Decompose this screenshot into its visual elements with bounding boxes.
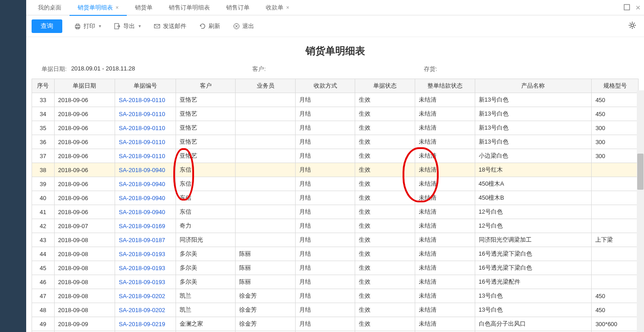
col-salesperson[interactable]: 业务员	[236, 79, 296, 93]
svg-rect-0	[624, 5, 630, 10]
cell-docno[interactable]: SA-2018-09-0202	[115, 289, 176, 303]
col-date[interactable]: 单据日期	[54, 79, 115, 93]
docno-link[interactable]: SA-2018-09-0940	[119, 167, 165, 173]
cell-spec	[592, 163, 639, 177]
docno-link[interactable]: SA-2018-09-0202	[119, 307, 165, 313]
docno-link[interactable]: SA-2018-09-0110	[119, 97, 165, 103]
table-row[interactable]: 382018-09-06SA-2018-09-0940东信月结生效未结清18号红…	[32, 163, 639, 177]
table-row[interactable]: 482018-09-08SA-2018-09-0202凯兰徐金芳月结生效未结清1…	[32, 303, 639, 317]
docno-link[interactable]: SA-2018-09-0110	[119, 125, 165, 131]
close-icon[interactable]: ×	[635, 3, 640, 13]
cell-docno[interactable]: SA-2018-09-0202	[115, 303, 176, 317]
scrollbar-thumb[interactable]	[637, 154, 644, 190]
cell-docno[interactable]: SA-2018-09-0110	[115, 149, 176, 163]
table-row[interactable]: 412018-09-06SA-2018-09-0940东信月结生效未结清12号白…	[32, 205, 639, 219]
tab-销货单[interactable]: 销货单	[127, 0, 161, 15]
table-row[interactable]: 472018-09-08SA-2018-09-0202凯兰徐金芳月结生效未结清1…	[32, 289, 639, 303]
docno-link[interactable]: SA-2018-09-0193	[119, 251, 165, 257]
print-button[interactable]: 打印 ▾	[69, 19, 107, 33]
table-row[interactable]: 492018-09-09SA-2018-09-0219金澜之家徐金芳月结生效未结…	[32, 317, 639, 331]
table-row[interactable]: 352018-09-06SA-2018-09-0110亚恪艺月结生效未结清新13…	[32, 121, 639, 135]
cell-seq: 49	[32, 317, 55, 331]
tab-销售订单明细表[interactable]: 销售订单明细表	[161, 0, 218, 15]
docno-link[interactable]: SA-2018-09-0187	[119, 237, 165, 243]
col-customer[interactable]: 客户	[176, 79, 236, 93]
tab-label: 收款单	[266, 0, 283, 15]
export-button[interactable]: 导出 ▾	[108, 19, 146, 33]
cell-settlestatus: 未结清	[415, 121, 475, 135]
cell-docno[interactable]: SA-2018-09-0110	[115, 93, 176, 107]
col-product[interactable]: 产品名称	[475, 79, 592, 93]
cell-salesperson	[236, 149, 296, 163]
cell-spec: 450	[592, 107, 639, 121]
tab-销售订单[interactable]: 销售订单	[218, 0, 258, 15]
cell-docno[interactable]: SA-2018-09-0940	[115, 191, 176, 205]
cell-docno[interactable]: SA-2018-09-0110	[115, 121, 176, 135]
exit-button[interactable]: 退出	[227, 19, 259, 33]
col-docno[interactable]: 单据编号	[115, 79, 176, 93]
print-label: 打印	[83, 22, 95, 30]
tab-销货单明细表[interactable]: 销货单明细表×	[69, 0, 127, 15]
maximize-icon[interactable]	[624, 4, 630, 12]
cell-date: 2018-09-06	[54, 191, 115, 205]
close-icon[interactable]: ×	[116, 0, 119, 15]
docno-link[interactable]: SA-2018-09-0940	[119, 181, 165, 187]
docno-link[interactable]: SA-2018-09-0940	[119, 195, 165, 201]
filter-inventory-label: 存货:	[424, 65, 437, 73]
cell-paymethod: 月结	[295, 149, 355, 163]
docno-link[interactable]: SA-2018-09-0219	[119, 321, 165, 327]
cell-docno[interactable]: SA-2018-09-0193	[115, 261, 176, 275]
cell-settlestatus: 未结清	[415, 107, 475, 121]
cell-docno[interactable]: SA-2018-09-0110	[115, 135, 176, 149]
docno-link[interactable]: SA-2018-09-0110	[119, 111, 165, 117]
close-icon[interactable]: ×	[286, 0, 289, 15]
table-row[interactable]: 342018-09-06SA-2018-09-0110亚恪艺月结生效未结清新13…	[32, 107, 639, 121]
chevron-down-icon: ▾	[99, 23, 101, 28]
docno-link[interactable]: SA-2018-09-0940	[119, 209, 165, 215]
table-row[interactable]: 452018-09-08SA-2018-09-0193多尔美陈丽月结生效未结清1…	[32, 261, 639, 275]
cell-docno[interactable]: SA-2018-09-0193	[115, 275, 176, 289]
table-row[interactable]: 402018-09-06SA-2018-09-0940东信月结生效未结清450檀…	[32, 191, 639, 205]
tab-收款单[interactable]: 收款单×	[258, 0, 297, 15]
cell-docno[interactable]: SA-2018-09-0940	[115, 205, 176, 219]
col-paymethod[interactable]: 收款方式	[295, 79, 355, 93]
cell-salesperson	[236, 191, 296, 205]
table-row[interactable]: 392018-09-06SA-2018-09-0940东信月结生效未结清450檀…	[32, 177, 639, 191]
cell-docno[interactable]: SA-2018-09-0187	[115, 233, 176, 247]
table-row[interactable]: 332018-09-06SA-2018-09-0110亚恪艺月结生效未结清新13…	[32, 93, 639, 107]
cell-docno[interactable]: SA-2018-09-0169	[115, 219, 176, 233]
docno-link[interactable]: SA-2018-09-0169	[119, 223, 165, 229]
col-spec[interactable]: 规格型号	[592, 79, 639, 93]
docno-link[interactable]: SA-2018-09-0193	[119, 279, 165, 285]
query-button[interactable]: 查询	[32, 19, 62, 33]
table-row[interactable]: 432018-09-08SA-2018-09-0187同济阳光月结生效未结清同济…	[32, 233, 639, 247]
cell-docno[interactable]: SA-2018-09-0940	[115, 163, 176, 177]
sendmail-button[interactable]: 发送邮件	[148, 19, 192, 33]
table-row[interactable]: 462018-09-08SA-2018-09-0193多尔美陈丽月结生效未结清1…	[32, 275, 639, 289]
filter-date-value: 2018.09.01 - 2018.11.28	[71, 65, 135, 73]
cell-docno[interactable]: SA-2018-09-0940	[115, 177, 176, 191]
cell-spec	[592, 261, 639, 275]
settings-button[interactable]	[628, 21, 637, 31]
table-row[interactable]: 422018-09-07SA-2018-09-0169奇力月结生效未结清12号白…	[32, 219, 639, 233]
refresh-button[interactable]: 刷新	[194, 19, 226, 33]
cell-seq: 37	[32, 149, 55, 163]
cell-docno[interactable]: SA-2018-09-0110	[115, 107, 176, 121]
col-settlestatus[interactable]: 整单结款状态	[415, 79, 475, 93]
col-docstatus[interactable]: 单据状态	[355, 79, 415, 93]
mail-icon	[153, 23, 161, 30]
table-row[interactable]: 372018-09-06SA-2018-09-0110亚恪艺月结生效未结清小边梁…	[32, 149, 639, 163]
cell-docno[interactable]: SA-2018-09-0193	[115, 247, 176, 261]
table-row[interactable]: 362018-09-06SA-2018-09-0110亚恪艺月结生效未结清新13…	[32, 135, 639, 149]
docno-link[interactable]: SA-2018-09-0193	[119, 265, 165, 271]
docno-link[interactable]: SA-2018-09-0202	[119, 293, 165, 299]
docno-link[interactable]: SA-2018-09-0110	[119, 153, 165, 159]
vertical-scrollbar[interactable]	[637, 90, 644, 332]
cell-customer: 多尔美	[176, 275, 236, 289]
tab-我的桌面[interactable]: 我的桌面	[30, 0, 69, 15]
cell-docno[interactable]: SA-2018-09-0219	[115, 317, 176, 331]
cell-product: 新13号白色	[475, 135, 592, 149]
col-seq[interactable]: 序号	[32, 79, 55, 93]
table-row[interactable]: 442018-09-08SA-2018-09-0193多尔美陈丽月结生效未结清1…	[32, 247, 639, 261]
docno-link[interactable]: SA-2018-09-0110	[119, 139, 165, 145]
